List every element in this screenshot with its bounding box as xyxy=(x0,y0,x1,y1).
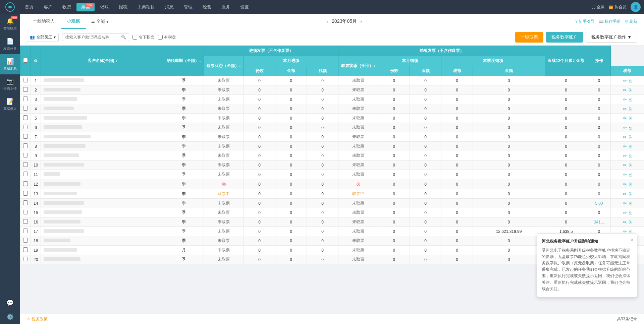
copy-icon[interactable]: ⎘ xyxy=(629,219,632,225)
row-checkbox[interactable] xyxy=(20,160,31,170)
select-all-checkbox[interactable] xyxy=(23,58,28,63)
edit-icon[interactable]: ✏ xyxy=(623,78,627,83)
nav-invoice[interactable]: 票据 new xyxy=(76,3,95,11)
copy-icon[interactable]: ⎘ xyxy=(629,182,632,187)
nav-tax[interactable]: 报税 xyxy=(114,3,132,11)
checkbox-tax-disk[interactable]: 有税盘 xyxy=(158,35,176,40)
row-checkbox[interactable] xyxy=(20,189,31,199)
copy-icon[interactable]: ⎘ xyxy=(629,144,632,149)
cloud-icon: ☁ xyxy=(91,19,95,24)
edit-icon[interactable]: ✏ xyxy=(623,144,627,149)
row-checkbox[interactable] xyxy=(20,208,31,217)
next-month-btn[interactable]: › xyxy=(360,18,362,24)
out-status-header[interactable]: 取票状态（全部）↕ xyxy=(338,56,378,76)
tax-policy-link[interactable]: ⚠ 税务政策 xyxy=(27,316,48,322)
tab-small-scale[interactable]: 小规模 xyxy=(61,14,86,29)
edit-icon[interactable]: ✏ xyxy=(623,153,627,158)
copy-icon[interactable]: ⎘ xyxy=(629,172,632,177)
row-checkbox[interactable] xyxy=(20,123,31,132)
nav-manage[interactable]: 管理 xyxy=(179,3,197,11)
edit-icon[interactable]: ✏ xyxy=(623,97,627,102)
edit-icon[interactable]: ✏ xyxy=(623,219,627,225)
nav-fees[interactable]: 收费 xyxy=(58,3,76,11)
row-checkbox[interactable] xyxy=(20,199,31,208)
employee-select[interactable]: 👥 全部员工 ▾ xyxy=(27,33,59,42)
prev-month-btn[interactable]: ‹ xyxy=(327,18,328,24)
nav-customer[interactable]: 客户 xyxy=(39,3,57,11)
row-checkbox[interactable] xyxy=(20,104,31,114)
tab-all[interactable]: ☁ 全能 ▾ xyxy=(86,14,113,29)
nav-settings[interactable]: 设置 xyxy=(235,3,254,11)
copy-icon[interactable]: ⎘ xyxy=(629,153,632,158)
copy-icon[interactable]: ⎘ xyxy=(629,191,632,197)
edit-icon[interactable]: ✏ xyxy=(623,182,627,187)
copy-icon[interactable]: ⎘ xyxy=(629,106,632,112)
row-checkbox[interactable] xyxy=(20,227,31,236)
checkbox-account[interactable]: 名下帐套 xyxy=(132,35,155,40)
copy-icon[interactable]: ⎘ xyxy=(629,116,632,121)
edit-icon[interactable]: ✏ xyxy=(623,87,627,93)
sidebar-item-invoice-open[interactable]: 📄 发票开具 xyxy=(0,34,20,54)
fullscreen-btn[interactable]: ⛶ 全屏 xyxy=(591,4,604,10)
vip-btn[interactable]: 👑 购会员 xyxy=(608,4,627,10)
copy-icon[interactable]: ⎘ xyxy=(629,87,632,93)
search-input[interactable] xyxy=(65,35,120,40)
copy-icon[interactable]: ⎘ xyxy=(629,97,632,102)
row-checkbox[interactable] xyxy=(20,85,31,95)
sidebar-item-gear[interactable]: ⚙️ xyxy=(0,310,20,324)
edit-icon[interactable]: ✏ xyxy=(623,191,627,197)
edit-icon[interactable]: ✏ xyxy=(623,125,627,130)
edit-icon[interactable]: ✏ xyxy=(623,134,627,140)
edit-icon[interactable]: ✏ xyxy=(623,172,627,177)
tax-digital-account-op-btn[interactable]: 税务数字账户操作 ▼ xyxy=(586,32,637,43)
copy-icon[interactable]: ⎘ xyxy=(629,210,632,215)
row-checkbox[interactable] xyxy=(20,236,31,246)
row-checkbox[interactable] xyxy=(20,217,31,227)
row-checkbox[interactable] xyxy=(20,170,31,179)
checkbox-account-input[interactable] xyxy=(132,35,137,40)
sidebar-item-scan-upload[interactable]: 📷 扫描上传 xyxy=(0,74,20,94)
copy-icon[interactable]: ⎘ xyxy=(629,163,632,168)
tab-general-taxpayer[interactable]: 一般纳税人 xyxy=(27,14,61,29)
edit-icon[interactable]: ✏ xyxy=(623,163,627,168)
row-checkbox[interactable] xyxy=(20,179,31,189)
sidebar-item-chat[interactable]: 💬 xyxy=(0,296,20,310)
nav-business[interactable]: 工商项目 xyxy=(133,3,160,11)
tax-period-header[interactable]: 纳税周期（全部）↕ xyxy=(164,46,204,76)
checkbox-tax-disk-input[interactable] xyxy=(158,35,163,40)
edit-icon[interactable]: ✏ xyxy=(623,106,627,112)
edit-icon[interactable]: ✏ xyxy=(623,116,627,121)
row-checkbox[interactable] xyxy=(20,132,31,142)
row-checkbox[interactable] xyxy=(20,255,31,264)
manual-btn[interactable]: 📖 操作手册 xyxy=(599,19,621,24)
nav-message[interactable]: 消息 xyxy=(160,3,178,11)
row-checkbox[interactable] xyxy=(20,114,31,123)
sidebar-item-smart-ticket[interactable]: 🔔 智能取票 new xyxy=(0,14,20,34)
edit-icon[interactable]: ✏ xyxy=(623,201,627,206)
guide-btn[interactable]: ? 新手引导 xyxy=(575,19,595,24)
sidebar-item-invoice-entry[interactable]: 📝 票据录入 xyxy=(0,94,20,115)
nav-operation[interactable]: 经营 xyxy=(198,3,216,11)
row-checkbox[interactable] xyxy=(20,76,31,85)
client-name-header[interactable]: 客户名称(全部) ↕ xyxy=(41,46,164,76)
tax-digital-account-btn[interactable]: 税务数字账户 xyxy=(546,32,583,43)
row-checkbox[interactable] xyxy=(20,151,31,160)
copy-icon[interactable]: ⎘ xyxy=(629,125,632,130)
edit-icon[interactable]: ✏ xyxy=(623,210,627,215)
avatar[interactable]: 👤 xyxy=(631,2,641,12)
one-key-ticket-btn[interactable]: 一键取票 xyxy=(515,32,543,43)
sidebar-item-invoice-summary[interactable]: 📊 票据汇总 xyxy=(0,54,20,74)
copy-icon[interactable]: ⎘ xyxy=(629,134,632,140)
copy-icon[interactable]: ⎘ xyxy=(629,78,632,83)
row-checkbox[interactable] xyxy=(20,142,31,151)
notification-close-btn[interactable]: × xyxy=(631,236,634,244)
nav-home[interactable]: 首页 xyxy=(20,3,38,11)
checkbox-all-header[interactable] xyxy=(20,46,31,76)
nav-service[interactable]: 服务 xyxy=(217,3,235,11)
copy-icon[interactable]: ⎘ xyxy=(629,201,632,206)
refresh-btn[interactable]: ↻ 刷新 xyxy=(625,19,637,24)
nav-bookkeeping[interactable]: 记账 xyxy=(95,3,113,11)
in-status-header[interactable]: 取票状态（全部）↕ xyxy=(204,56,244,76)
row-checkbox[interactable] xyxy=(20,95,31,104)
row-checkbox[interactable] xyxy=(20,246,31,255)
